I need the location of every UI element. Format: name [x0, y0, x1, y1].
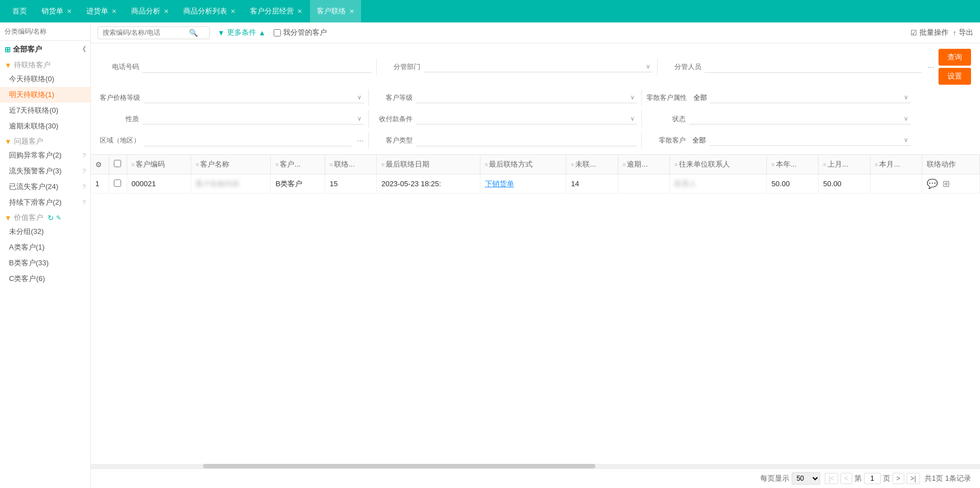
nav-home[interactable]: 首页	[6, 0, 34, 22]
close-product-analysis-list[interactable]: ✕	[230, 8, 235, 15]
query-button[interactable]: 查询	[939, 49, 971, 66]
close-sales-order[interactable]: ✕	[67, 8, 72, 15]
sidebar-item-7days[interactable]: 近7天待联络(0)	[0, 103, 90, 118]
close-product-analysis[interactable]: ✕	[164, 8, 169, 15]
select-status[interactable]: ∨	[689, 113, 910, 125]
cell-person: 联系人	[669, 174, 766, 194]
col-this-year: ≡本年...	[767, 155, 819, 174]
grid-action-icon[interactable]: ⊞	[942, 178, 950, 189]
input-region[interactable]	[144, 135, 352, 146]
label-price-level: 客户价格等级	[100, 93, 140, 103]
sort-icon-person[interactable]: ≡	[674, 162, 678, 168]
gear-icon[interactable]: ⚙	[95, 160, 102, 169]
nav-purchase-order[interactable]: 进货单 ✕	[80, 0, 123, 22]
sort-icon-method[interactable]: ≡	[485, 162, 488, 168]
select-dept[interactable]: ∨	[424, 61, 653, 72]
sort-icon-this-month[interactable]: ≡	[875, 162, 879, 168]
sort-icon-code[interactable]: ≡	[132, 162, 135, 168]
select-retail-customer[interactable]: ∨	[709, 135, 910, 146]
help-icon-0[interactable]: ?	[82, 152, 86, 159]
group-label-value: ▼ 价值客户 ↻ ✎	[0, 210, 90, 224]
help-icon-3[interactable]: ?	[82, 199, 86, 206]
help-icon-2[interactable]: ?	[82, 183, 86, 190]
dots-manager[interactable]: ···	[927, 62, 934, 71]
close-purchase-order[interactable]: ✕	[112, 8, 117, 15]
sort-icon-last-month[interactable]: ≡	[823, 162, 826, 168]
page-number-input[interactable]	[864, 473, 881, 484]
cell-contact-count: 15	[325, 174, 377, 194]
customer-name-blurred: 客户名称内容	[196, 179, 239, 188]
edit-icon[interactable]: ✎	[56, 214, 61, 222]
col-uncontacted: ≡未联...	[566, 155, 618, 174]
sidebar-item-b-class[interactable]: B类客户(33)	[0, 255, 90, 271]
my-customers-checkbox-label[interactable]: 我分管的客户	[274, 27, 327, 38]
input-phone[interactable]	[142, 61, 372, 73]
sort-icon-uncontacted[interactable]: ≡	[571, 162, 574, 168]
search-input[interactable]	[103, 29, 187, 36]
first-page-btn[interactable]: |<	[825, 473, 838, 484]
sort-icon-year[interactable]: ≡	[771, 162, 775, 168]
main-layout: 🔍 ⊞ 全部客户 《 ▼ 待联络客户 今天待联络(0) 明天待联络(1) 近7天…	[0, 22, 980, 488]
sidebar-item-declining[interactable]: 持续下滑客户(2) ?	[0, 195, 90, 210]
search-icon[interactable]: 🔍	[189, 29, 198, 37]
export-btn[interactable]: ↑ 导出	[953, 27, 974, 38]
field-status: 状态 ∨	[646, 113, 910, 125]
input-customer-type[interactable]	[416, 135, 637, 146]
close-customer-segmentation[interactable]: ✕	[297, 8, 302, 15]
nav-customer-contact[interactable]: 客户联络 ✕	[310, 0, 361, 22]
select-all-checkbox[interactable]	[114, 160, 121, 167]
cell-this-month	[870, 174, 922, 194]
label-manager: 分管人员	[662, 62, 701, 72]
nav-sales-order[interactable]: 销货单 ✕	[35, 0, 78, 22]
close-customer-contact[interactable]: ✕	[349, 8, 354, 15]
per-page-select[interactable]: 50 100 200	[792, 472, 820, 485]
filter-row-3: 性质 ∨ 收付款条件 ∨ 状态	[100, 111, 971, 127]
sidebar-item-lost[interactable]: 已流失客户(24) ?	[0, 179, 90, 195]
refresh-icon[interactable]: ↻	[48, 214, 54, 222]
filter-right: ☑ 批量操作 ↑ 导出	[910, 27, 974, 38]
sort-icon-date[interactable]: ≡	[381, 162, 385, 168]
col-contact-person: ≡往来单位联系人	[669, 155, 766, 174]
sidebar-item-today[interactable]: 今天待联络(0)	[0, 71, 90, 87]
sort-icon-contact[interactable]: ≡	[330, 162, 333, 168]
sidebar-item-warning[interactable]: 流失预警客户(3) ?	[0, 163, 90, 179]
sidebar-all-customers[interactable]: ⊞ 全部客户 《	[0, 41, 90, 58]
row-checkbox[interactable]	[114, 179, 121, 187]
setting-button[interactable]: 设置	[939, 68, 971, 85]
nav-product-analysis[interactable]: 商品分析 ✕	[124, 0, 175, 22]
sort-icon-type[interactable]: ≡	[275, 162, 279, 168]
bulk-action-btn[interactable]: ☑ 批量操作	[910, 27, 949, 38]
sort-icon-name[interactable]: ≡	[196, 162, 199, 168]
select-customer-level[interactable]: ∨	[416, 92, 637, 103]
sort-icon-overdue[interactable]: ≡	[623, 162, 626, 168]
select-nature[interactable]: ∨	[142, 113, 364, 125]
sidebar-item-c-class[interactable]: C类客户(6)	[0, 271, 90, 287]
nav-customer-segmentation[interactable]: 客户分层经营 ✕	[243, 0, 309, 22]
label-retail-customer: 零散客户	[646, 136, 686, 145]
select-payment[interactable]: ∨	[416, 113, 637, 125]
help-icon-1[interactable]: ?	[82, 168, 86, 174]
select-retail-attr[interactable]: ∨	[710, 92, 910, 103]
last-page-btn[interactable]: >|	[907, 473, 920, 484]
input-manager[interactable]	[705, 61, 922, 73]
sidebar-item-unclassified[interactable]: 未分组(32)	[0, 224, 90, 240]
chat-action-icon[interactable]: 💬	[927, 178, 938, 189]
next-page-btn[interactable]: >	[893, 473, 904, 484]
nav-product-analysis-list[interactable]: 商品分析列表 ✕	[177, 0, 242, 22]
sidebar-item-tomorrow[interactable]: 明天待联络(1)	[0, 87, 90, 103]
select-price-level[interactable]: ∨	[144, 92, 364, 103]
my-customers-checkbox[interactable]	[274, 29, 281, 36]
sidebar-item-a-class[interactable]: A类客户(1)	[0, 240, 90, 255]
chevron-up-icon: ▲	[258, 29, 266, 37]
more-conditions-btn[interactable]: ▼ 更多条件 ▲	[214, 26, 269, 39]
cell-last-month: 50.00	[819, 174, 870, 194]
dots-region[interactable]: ···	[357, 136, 364, 145]
sidebar-search-input[interactable]	[4, 27, 89, 35]
col-customer-code: ≡客户编码	[127, 155, 191, 174]
prev-page-btn[interactable]: <	[840, 473, 852, 484]
sidebar-item-overdue[interactable]: 逾期未联络(30)	[0, 118, 90, 134]
table-scrollbar-thumb[interactable]	[203, 464, 595, 468]
sidebar-item-abnormal[interactable]: 回购异常客户(2) ?	[0, 148, 90, 163]
last-method-link[interactable]: 下销货单	[485, 179, 514, 188]
table-header-row: ⚙ ≡客户编码 ≡客户名称 ≡客户...	[91, 155, 980, 174]
